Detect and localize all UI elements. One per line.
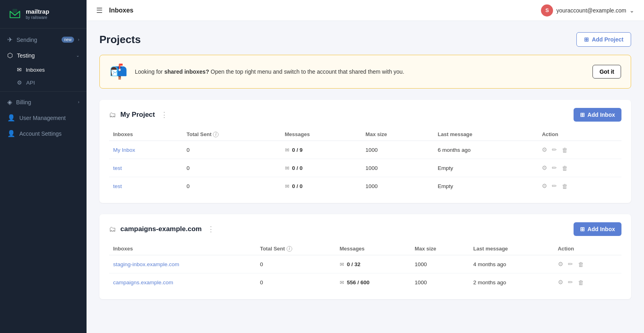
inbox-link[interactable]: test	[113, 165, 122, 171]
col-action-c: Action	[554, 242, 621, 255]
add-project-label: Add Project	[592, 36, 623, 43]
edit-button[interactable]: ✏	[568, 261, 573, 268]
total-sent-cell: 0	[256, 273, 336, 292]
col-last-message: Last message	[434, 128, 538, 141]
message-count: 0 / 0	[292, 165, 303, 171]
action-cell: ⚙ ✏ 🗑	[554, 273, 621, 292]
col-max-size-c: Max size	[411, 242, 469, 255]
sidebar-item-account-settings-label: Account Settings	[19, 130, 79, 137]
inbox-link[interactable]: staging-inbox.example.com	[113, 261, 179, 267]
action-cell: ⚙ ✏ 🗑	[538, 177, 621, 195]
last-message-cell: 4 months ago	[469, 255, 554, 273]
edit-button[interactable]: ✏	[568, 279, 573, 286]
message-count: 0 / 0	[292, 183, 303, 189]
total-sent-cell: 0	[183, 159, 281, 177]
last-message-cell: 2 months ago	[469, 273, 554, 292]
col-inboxes: Inboxes	[109, 128, 183, 141]
project-section-campaigns: 🗂 campaigns-example.com ⋮ ⊞ Add Inbox In…	[99, 214, 631, 299]
sidebar-item-testing[interactable]: ⬡ Testing ⌄	[0, 48, 87, 63]
message-envelope-icon: ✉	[340, 261, 344, 267]
max-size-cell: 1000	[361, 141, 433, 159]
mailtrap-logo-icon	[7, 6, 23, 22]
project-menu-dots-2[interactable]: ⋮	[206, 225, 216, 234]
settings-button[interactable]: ⚙	[558, 261, 563, 268]
page-header: Projects ⊞ Add Project	[99, 32, 631, 47]
messages-cell: ✉0 / 0	[281, 159, 362, 177]
max-size-cell: 1000	[361, 177, 433, 195]
action-cell: ⚙ ✏ 🗑	[538, 141, 621, 159]
edit-button[interactable]: ✏	[552, 146, 557, 153]
message-envelope-icon: ✉	[285, 147, 289, 153]
sidebar-item-api[interactable]: ⚙ API	[0, 76, 87, 89]
got-it-button[interactable]: Got it	[592, 65, 621, 79]
sidebar-brand: mailtrap by railsware	[26, 8, 49, 20]
project-menu-dots[interactable]: ⋮	[159, 110, 169, 119]
project-header-my-project: 🗂 My Project ⋮ ⊞ Add Inbox	[109, 108, 621, 122]
add-inbox-button-campaigns[interactable]: ⊞ Add Inbox	[574, 222, 621, 236]
user-avatar: S	[541, 4, 553, 17]
hamburger-icon[interactable]: ☰	[96, 6, 103, 15]
col-total-sent: Total Senti	[183, 128, 281, 141]
delete-button[interactable]: 🗑	[562, 165, 568, 172]
sidebar-logo: mailtrap by railsware	[0, 0, 87, 29]
max-size-cell: 1000	[411, 255, 469, 273]
notice-envelope-icon: 📬	[109, 63, 128, 80]
sidebar: mailtrap by railsware ✈ Sending new › ⬡ …	[0, 0, 87, 333]
max-size-cell: 1000	[411, 273, 469, 292]
inbox-name-cell: campaigns.example.com	[109, 273, 256, 292]
col-messages: Messages	[281, 128, 362, 141]
table-row: test 0 ✉0 / 0 1000 Empty ⚙ ✏ 🗑	[109, 159, 621, 177]
message-count: 556 / 600	[347, 279, 369, 285]
sidebar-item-inboxes[interactable]: ✉ Inboxes	[0, 63, 87, 76]
user-chevron-down-icon: ⌄	[630, 7, 634, 14]
last-message-cell: Empty	[434, 159, 538, 177]
account-icon: 👤	[7, 130, 15, 137]
edit-button[interactable]: ✏	[552, 182, 557, 190]
col-inboxes-c: Inboxes	[109, 242, 256, 255]
sidebar-item-billing[interactable]: ◈ Billing ›	[0, 94, 87, 110]
users-icon: 👤	[7, 114, 15, 122]
edit-button[interactable]: ✏	[552, 164, 557, 172]
sidebar-brand-name: mailtrap	[26, 8, 49, 15]
inbox-link[interactable]: test	[113, 183, 122, 189]
page-title: Projects	[99, 33, 141, 46]
settings-button[interactable]: ⚙	[542, 146, 547, 153]
content-area: Projects ⊞ Add Project 📬 Looking for sha…	[87, 21, 644, 333]
delete-button[interactable]: 🗑	[562, 147, 568, 153]
svg-rect-0	[7, 6, 23, 22]
inbox-link[interactable]: My Inbox	[113, 147, 135, 153]
billing-icon: ◈	[7, 98, 12, 106]
delete-button[interactable]: 🗑	[578, 279, 584, 286]
sidebar-item-sending-label: Sending	[17, 37, 58, 43]
add-inbox-label: Add Inbox	[588, 112, 615, 118]
inbox-name-cell: test	[109, 159, 183, 177]
table-row: staging-inbox.example.com 0 ✉0 / 32 1000…	[109, 255, 621, 273]
add-project-icon: ⊞	[584, 36, 589, 43]
settings-button[interactable]: ⚙	[542, 164, 547, 172]
col-max-size: Max size	[361, 128, 433, 141]
table-row: test 0 ✉0 / 0 1000 Empty ⚙ ✏ 🗑	[109, 177, 621, 195]
message-envelope-icon: ✉	[285, 165, 289, 171]
settings-button[interactable]: ⚙	[558, 279, 563, 286]
notice-prefix: Looking for	[135, 68, 164, 75]
notice-bold: shared inboxes?	[164, 68, 209, 75]
add-inbox-button-my-project[interactable]: ⊞ Add Inbox	[574, 108, 621, 122]
user-menu[interactable]: S youraccount@example.com ⌄	[541, 4, 634, 17]
send-icon: ✈	[7, 36, 12, 43]
topbar: ☰ Inboxes S youraccount@example.com ⌄	[87, 0, 644, 21]
project-title-row: 🗂 My Project ⋮	[109, 110, 169, 119]
project-section-my-project: 🗂 My Project ⋮ ⊞ Add Inbox Inboxes Total…	[99, 100, 631, 203]
add-project-button[interactable]: ⊞ Add Project	[576, 32, 631, 47]
delete-button[interactable]: 🗑	[562, 183, 568, 190]
sidebar-item-user-management[interactable]: 👤 User Management	[0, 110, 87, 126]
total-sent-info-icon: i	[213, 132, 219, 137]
inbox-name-cell: staging-inbox.example.com	[109, 255, 256, 273]
inbox-link[interactable]: campaigns.example.com	[113, 279, 173, 285]
delete-button[interactable]: 🗑	[578, 261, 584, 268]
project-doc-icon: 🗂	[109, 111, 116, 119]
sidebar-item-sending[interactable]: ✈ Sending new ›	[0, 32, 87, 48]
sidebar-item-user-management-label: User Management	[19, 115, 79, 121]
settings-button[interactable]: ⚙	[542, 182, 547, 190]
sidebar-item-account-settings[interactable]: 👤 Account Settings	[0, 126, 87, 141]
add-inbox-icon-2: ⊞	[580, 226, 585, 232]
